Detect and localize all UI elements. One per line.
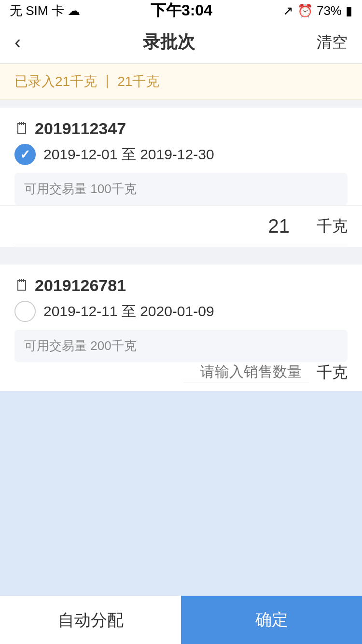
page-title: 录批次 bbox=[143, 30, 195, 54]
sale-quantity-input-2[interactable] bbox=[183, 364, 309, 382]
quantity-unit-1: 千克 bbox=[317, 216, 348, 237]
summary-divider bbox=[107, 75, 108, 88]
sale-unit-2: 千克 bbox=[317, 362, 348, 383]
battery-label: 73% bbox=[317, 3, 342, 18]
nav-bar: ‹ 录批次 清空 bbox=[0, 21, 362, 64]
batch-id-row-1: 🗒 2019112347 bbox=[14, 119, 348, 138]
status-time: 下午3:04 bbox=[151, 0, 212, 21]
batch-id-1: 2019112347 bbox=[35, 119, 126, 138]
location-icon: ↗ bbox=[283, 3, 293, 18]
sale-input-wrap bbox=[14, 364, 309, 382]
batch-doc-icon-1: 🗒 bbox=[14, 120, 30, 138]
summary-value: 21千克 bbox=[117, 72, 159, 91]
alarm-icon: ⏰ bbox=[297, 3, 313, 18]
back-button[interactable]: ‹ bbox=[14, 31, 21, 53]
quantity-value-1: 21 bbox=[268, 215, 290, 237]
confirm-button[interactable]: 确定 bbox=[181, 596, 362, 644]
batch-card-2: 🗒 2019126781 2019-12-11 至 2020-01-09 可用交… bbox=[0, 265, 362, 391]
battery-icon: ▮ bbox=[346, 3, 352, 18]
status-bar: 无 SIM 卡 ☁ 下午3:04 ↗ ⏰ 73% ▮ bbox=[0, 0, 362, 21]
summary-bar: 已录入21千克 21千克 bbox=[0, 64, 362, 100]
quantity-row-1: 21 千克 bbox=[0, 205, 362, 247]
no-sim-label: 无 SIM 卡 ☁ bbox=[10, 2, 80, 19]
batch-id-2: 2019126781 bbox=[35, 276, 126, 295]
summary-label: 已录入21千克 bbox=[14, 72, 97, 91]
batch-id-row-2: 🗒 2019126781 bbox=[14, 276, 348, 295]
available-box-2: 可用交易量 200千克 bbox=[14, 330, 348, 362]
empty-area bbox=[0, 391, 362, 599]
sale-quantity-row-2: 千克 bbox=[0, 362, 362, 391]
batch-date-row-2[interactable]: 2019-12-11 至 2020-01-09 bbox=[14, 301, 348, 322]
status-left: 无 SIM 卡 ☁ bbox=[10, 2, 80, 19]
clear-button[interactable]: 清空 bbox=[317, 32, 348, 53]
batch-date-row-1[interactable]: 2019-12-01 至 2019-12-30 bbox=[14, 144, 348, 165]
available-box-1: 可用交易量 100千克 bbox=[14, 173, 348, 205]
status-right: ↗ ⏰ 73% ▮ bbox=[283, 3, 352, 18]
batch-doc-icon-2: 🗒 bbox=[14, 277, 30, 294]
batch-date-2: 2019-12-11 至 2020-01-09 bbox=[43, 302, 214, 322]
card-separator bbox=[0, 247, 362, 257]
batch-card-1: 🗒 2019112347 2019-12-01 至 2019-12-30 可用交… bbox=[0, 108, 362, 247]
auto-distribute-button[interactable]: 自动分配 bbox=[0, 596, 181, 644]
batch-date-1: 2019-12-01 至 2019-12-30 bbox=[43, 145, 214, 165]
radio-unchecked-2[interactable] bbox=[14, 301, 36, 322]
bottom-bar: 自动分配 确定 bbox=[0, 596, 362, 644]
radio-checked-1[interactable] bbox=[14, 144, 36, 165]
